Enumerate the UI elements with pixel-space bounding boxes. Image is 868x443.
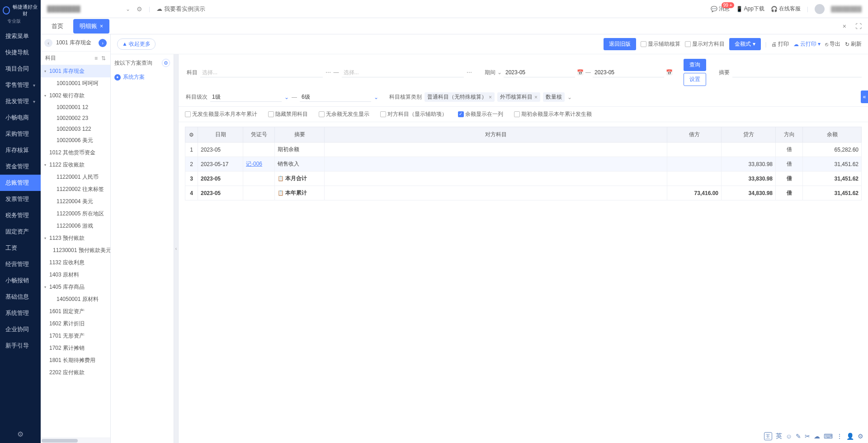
settings-button[interactable]: 设置 [684, 73, 706, 86]
refresh-button[interactable]: ↻刷新 [845, 40, 862, 48]
type-tag-qty[interactable]: 数量核 [543, 92, 565, 102]
nav-item[interactable]: 工资 [0, 240, 41, 256]
ime-menu-icon[interactable]: ⋮ [836, 433, 843, 440]
calendar-icon[interactable]: 📅 [666, 69, 673, 76]
query-button[interactable]: 查询 [684, 59, 706, 71]
collapse-scheme-handle[interactable]: ‹ [174, 54, 179, 443]
tree-node[interactable]: 10020001 12 [41, 102, 110, 113]
ime-gear-icon[interactable]: ⚙ [858, 433, 863, 440]
tree-node[interactable]: ▾1001 库存现金 [41, 65, 110, 77]
print-button[interactable]: 🖨打印 [771, 40, 789, 48]
side-expand-tab[interactable]: « [861, 91, 868, 103]
system-scheme-item[interactable]: ✦ 系统方案 [114, 71, 170, 84]
nav-item[interactable]: 小畅电商 [0, 110, 41, 126]
close-icon[interactable]: × [100, 23, 103, 29]
nav-item[interactable]: 企业协同 [0, 321, 41, 338]
message-button[interactable]: 💬 消息 99 + [711, 5, 730, 13]
tree-node[interactable]: 14050001 原材料 [41, 293, 110, 305]
org-selector[interactable]: ████████ [47, 5, 119, 12]
subject-from-input[interactable] [200, 68, 323, 77]
ime-lang[interactable]: 英 [776, 432, 782, 440]
period-caret-icon[interactable]: ⌄ [497, 69, 502, 76]
check-no-balance[interactable]: 无余额无发生显示 [319, 110, 369, 118]
nav-item[interactable]: 税务管理 [0, 207, 41, 224]
type-tag-fx[interactable]: 外币核算科目× [497, 92, 540, 102]
tab-detail[interactable]: 明细账 × [73, 19, 109, 33]
table-row[interactable]: 32023-05📋本月合计33,830.98借31,451.62 [185, 171, 862, 186]
calendar-icon[interactable]: 📅 [577, 69, 584, 76]
nav-item[interactable]: 快捷导航 [0, 44, 41, 61]
table-row[interactable]: 42023-05📋本年累计73,416.0034,830.98借31,451.6… [185, 186, 862, 200]
tree-node[interactable]: 1601 固定资产 [41, 305, 110, 318]
export-button[interactable]: ⎋导出 [825, 40, 840, 48]
tree-node[interactable]: 10020003 122 [41, 124, 110, 134]
tree-node[interactable]: 1801 长期待摊费用 [41, 354, 110, 367]
close-all-icon[interactable]: × [841, 21, 848, 32]
user-name[interactable]: ████████ [831, 6, 862, 12]
more-icon[interactable]: ⋯ [326, 69, 331, 76]
tree-node[interactable]: 1403 原材料 [41, 269, 110, 281]
org-caret-icon[interactable]: ⌄ [126, 6, 130, 12]
tree-node[interactable]: 10010001 呵呵呵 [41, 77, 110, 90]
tree-node[interactable]: 11220004 美元 [41, 195, 110, 208]
tree-node[interactable]: 11220001 人民币 [41, 171, 110, 183]
check-opposite-aux[interactable]: 对方科目（显示辅助项） [380, 110, 447, 118]
remove-icon[interactable]: × [534, 94, 538, 100]
tree-sort-icon[interactable]: ≡ [94, 55, 98, 62]
download-button[interactable]: 📱 App下载 [736, 5, 764, 13]
tree-node[interactable]: 2202 应付账款 [41, 367, 110, 379]
table-row[interactable]: 22023-05-17记-006销售收入33,830.98借31,451.62 [185, 157, 862, 171]
nav-item[interactable]: 采购管理 [0, 126, 41, 142]
nav-item[interactable]: 系统管理 [0, 305, 41, 321]
check-opening-ytd[interactable]: 期初余额显示本年累计发生额 [514, 110, 592, 118]
tree-node[interactable]: 1702 累计摊销 [41, 342, 110, 354]
tree-node[interactable]: 1602 累计折旧 [41, 318, 110, 330]
nav-item[interactable]: 发票管理 [0, 191, 41, 207]
tree-node[interactable]: 10020002 23 [41, 113, 110, 124]
ime-cloud-icon[interactable]: ☁ [814, 433, 820, 440]
tree-node[interactable]: 10020006 美元 [41, 134, 110, 147]
tree-node[interactable]: ▾1002 银行存款 [41, 90, 110, 102]
nav-item[interactable]: 经营管理 [0, 256, 41, 272]
ime-keyboard-icon[interactable]: ⌨ [824, 433, 833, 440]
level-from-select[interactable] [210, 92, 282, 102]
nav-item[interactable]: 新手引导 [0, 338, 41, 354]
nav-item[interactable]: 小畅报销 [0, 272, 41, 289]
tree-current-account[interactable]: 1001 库存现金 [54, 38, 97, 48]
period-from-input[interactable] [504, 68, 575, 77]
tree-prev-button[interactable]: ‹ [44, 39, 52, 47]
level-to-select[interactable] [300, 92, 371, 102]
summary-input[interactable] [732, 68, 862, 77]
subject-to-input[interactable] [342, 68, 464, 77]
amount-type-button[interactable]: 金额式 ▾ [729, 38, 760, 50]
tree-filter-icon[interactable]: ⇅ [101, 55, 106, 62]
tree-node[interactable]: 1701 无形资产 [41, 330, 110, 342]
nav-item[interactable]: 搜索菜单 [0, 28, 41, 44]
avatar[interactable] [815, 4, 825, 14]
table-row[interactable]: 12023-05期初余额借65,282.60 [185, 143, 862, 157]
nav-item[interactable]: 项目合同 [0, 61, 41, 77]
tree-node[interactable]: 11220006 游戏 [41, 220, 110, 232]
nav-item[interactable]: 零售管理▾ [0, 77, 41, 93]
check-hide-disabled[interactable]: 隐藏禁用科目 [268, 110, 308, 118]
nav-item[interactable]: 库存核算 [0, 142, 41, 158]
period-to-input[interactable] [593, 68, 664, 77]
tree-node[interactable]: ▾1122 应收账款 [41, 159, 110, 171]
table-settings-icon[interactable]: ⚙ [185, 127, 198, 143]
ime-wang-icon[interactable]: 王 [764, 432, 772, 440]
show-aux-checkbox[interactable]: 显示辅助核算 [641, 40, 680, 48]
tab-home[interactable]: 首页 [45, 19, 70, 33]
type-tag-normal[interactable]: 普通科目（无特殊核算）× [425, 92, 495, 102]
ime-scissors-icon[interactable]: ✂ [805, 433, 810, 440]
scheme-settings-icon[interactable]: ⚙ [162, 59, 170, 67]
ime-smile-icon[interactable]: ☺ [786, 433, 792, 440]
tree-node[interactable]: ▾1123 预付账款 [41, 232, 110, 244]
cloud-print-button[interactable]: ☁云打印 ▾ [793, 40, 821, 48]
ime-user-icon[interactable]: 👤 [846, 433, 854, 440]
remove-icon[interactable]: × [489, 94, 492, 100]
tree-node[interactable]: 1012 其他货币资金 [41, 147, 110, 159]
nav-item[interactable]: 基础信息 [0, 289, 41, 305]
ime-edit-icon[interactable]: ✎ [796, 433, 801, 440]
sidebar-settings-icon[interactable]: ⚙ [0, 425, 41, 443]
org-settings-icon[interactable]: ⚙ [137, 5, 142, 13]
